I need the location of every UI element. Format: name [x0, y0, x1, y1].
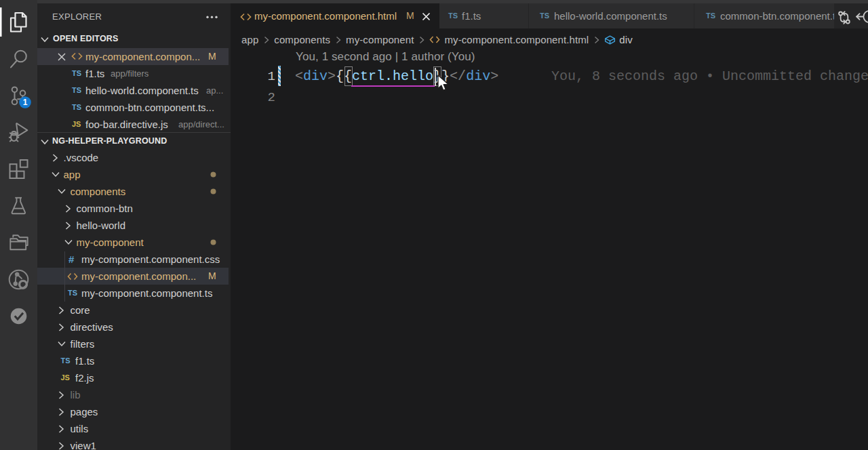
- svg-text:1: 1: [23, 98, 28, 107]
